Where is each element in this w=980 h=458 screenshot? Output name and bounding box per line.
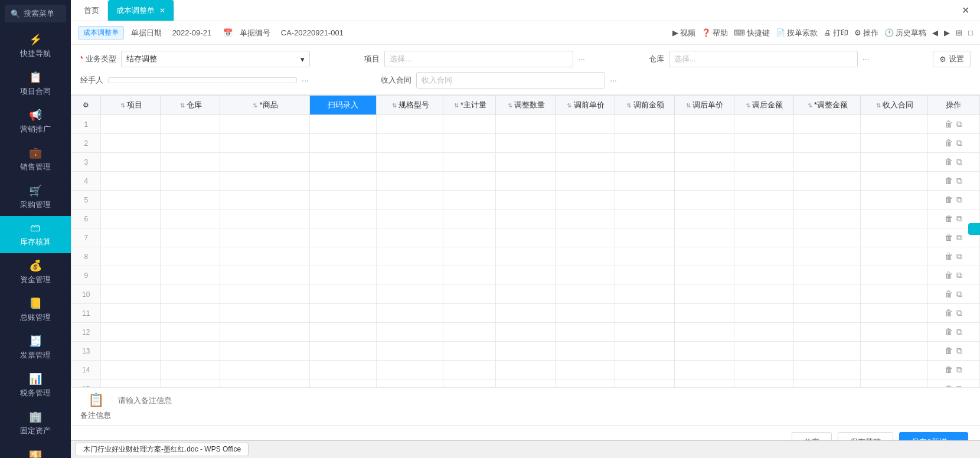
row-product-cell[interactable]	[220, 285, 309, 304]
row-scan-cell[interactable]	[309, 210, 376, 228]
row-qty-cell[interactable]	[496, 304, 556, 323]
row-after-amount-cell[interactable]	[734, 134, 793, 153]
row-income-contract-cell[interactable]	[861, 191, 927, 210]
row-warehouse-cell[interactable]	[161, 228, 220, 247]
row-copy-icon[interactable]: ⧉	[956, 157, 962, 167]
row-product-cell[interactable]	[220, 172, 309, 191]
row-adjust-amount-cell[interactable]	[793, 134, 860, 153]
row-unit-cell[interactable]	[443, 191, 496, 210]
row-qty-cell[interactable]	[496, 115, 556, 134]
row-qty-cell[interactable]	[496, 342, 556, 361]
row-warehouse-cell[interactable]	[161, 266, 220, 285]
table-row[interactable]: 11 🗑 ⧉	[71, 304, 980, 323]
row-project-cell[interactable]	[101, 380, 161, 388]
row-spec-cell[interactable]	[376, 172, 443, 191]
row-income-contract-cell[interactable]	[861, 115, 927, 134]
table-row[interactable]: 2 🗑 ⧉	[71, 134, 980, 153]
row-before-price-cell[interactable]	[556, 304, 615, 323]
table-row[interactable]: 7 🗑 ⧉	[71, 228, 980, 247]
row-unit-cell[interactable]	[443, 361, 496, 380]
row-copy-icon[interactable]: ⧉	[956, 195, 962, 205]
row-copy-icon[interactable]: ⧉	[956, 214, 962, 224]
row-unit-cell[interactable]	[443, 228, 496, 247]
row-warehouse-cell[interactable]	[161, 134, 220, 153]
row-income-contract-cell[interactable]	[861, 210, 927, 228]
project-select[interactable]: 选择...	[384, 51, 573, 67]
settings-button[interactable]: ⚙ 设置	[933, 51, 971, 67]
row-unit-cell[interactable]	[443, 210, 496, 228]
row-scan-cell[interactable]	[309, 172, 376, 191]
row-qty-cell[interactable]	[496, 210, 556, 228]
col-header-unit[interactable]: ⇅ *主计量	[443, 96, 496, 115]
doc-action-print[interactable]: 🖨 打印	[824, 28, 848, 38]
row-product-cell[interactable]	[220, 247, 309, 266]
row-before-price-cell[interactable]	[556, 153, 615, 172]
row-after-amount-cell[interactable]	[734, 247, 793, 266]
handler-more-btn[interactable]: ···	[302, 76, 309, 85]
handler-select[interactable]	[108, 77, 297, 83]
row-before-amount-cell[interactable]	[615, 228, 675, 247]
row-after-amount-cell[interactable]	[734, 191, 793, 210]
row-delete-icon[interactable]: 🗑	[945, 270, 953, 280]
row-delete-icon[interactable]: 🗑	[945, 119, 953, 129]
row-unit-cell[interactable]	[443, 380, 496, 388]
row-after-price-cell[interactable]	[674, 342, 734, 361]
row-project-cell[interactable]	[101, 304, 161, 323]
row-after-price-cell[interactable]	[674, 380, 734, 388]
row-product-cell[interactable]	[220, 115, 309, 134]
doc-action-grid[interactable]: ⊞	[956, 28, 962, 37]
row-before-price-cell[interactable]	[556, 380, 615, 388]
row-product-cell[interactable]	[220, 153, 309, 172]
row-adjust-amount-cell[interactable]	[793, 115, 860, 134]
row-warehouse-cell[interactable]	[161, 191, 220, 210]
doc-action-next[interactable]: ▶	[944, 28, 950, 37]
row-spec-cell[interactable]	[376, 153, 443, 172]
row-copy-icon[interactable]: ⧉	[956, 251, 962, 261]
row-income-contract-cell[interactable]	[861, 342, 927, 361]
row-before-amount-cell[interactable]	[615, 191, 675, 210]
row-adjust-amount-cell[interactable]	[793, 380, 860, 388]
row-unit-cell[interactable]	[443, 247, 496, 266]
row-copy-icon[interactable]: ⧉	[956, 308, 962, 318]
business-type-select[interactable]: 结存调整 ▾	[121, 51, 310, 67]
row-product-cell[interactable]	[220, 266, 309, 285]
col-header-income-contract[interactable]: ⇅ 收入合同	[861, 96, 927, 115]
row-product-cell[interactable]	[220, 191, 309, 210]
row-qty-cell[interactable]	[496, 134, 556, 153]
row-delete-icon[interactable]: 🗑	[945, 214, 953, 224]
row-qty-cell[interactable]	[496, 380, 556, 388]
row-scan-cell[interactable]	[309, 323, 376, 342]
row-income-contract-cell[interactable]	[861, 304, 927, 323]
row-scan-cell[interactable]	[309, 153, 376, 172]
side-expand-tab[interactable]: 展开	[968, 223, 980, 235]
row-qty-cell[interactable]	[496, 323, 556, 342]
col-header-qty[interactable]: ⇅ 调整数量	[496, 96, 556, 115]
row-spec-cell[interactable]	[376, 342, 443, 361]
row-delete-icon[interactable]: 🗑	[945, 138, 953, 148]
col-header-warehouse[interactable]: ⇅ 仓库	[161, 96, 220, 115]
row-warehouse-cell[interactable]	[161, 210, 220, 228]
tab-cost-adjust[interactable]: 成本调整单 ✕	[108, 0, 174, 21]
row-before-amount-cell[interactable]	[615, 134, 675, 153]
row-warehouse-cell[interactable]	[161, 153, 220, 172]
row-spec-cell[interactable]	[376, 115, 443, 134]
sidebar-item-inventory[interactable]: 🗃 库存核算	[0, 216, 71, 253]
row-after-price-cell[interactable]	[674, 266, 734, 285]
row-after-amount-cell[interactable]	[734, 172, 793, 191]
row-warehouse-cell[interactable]	[161, 115, 220, 134]
col-header-after-price[interactable]: ⇅ 调后单价	[674, 96, 734, 115]
row-spec-cell[interactable]	[376, 210, 443, 228]
row-adjust-amount-cell[interactable]	[793, 266, 860, 285]
col-header-after-amount[interactable]: ⇅ 调后金额	[734, 96, 793, 115]
row-unit-cell[interactable]	[443, 266, 496, 285]
row-before-amount-cell[interactable]	[615, 172, 675, 191]
row-copy-icon[interactable]: ⧉	[956, 327, 962, 337]
col-header-before-amount[interactable]: ⇅ 调前金额	[615, 96, 675, 115]
row-unit-cell[interactable]	[443, 342, 496, 361]
row-project-cell[interactable]	[101, 115, 161, 134]
row-after-amount-cell[interactable]	[734, 285, 793, 304]
row-scan-cell[interactable]	[309, 304, 376, 323]
row-warehouse-cell[interactable]	[161, 361, 220, 380]
row-scan-cell[interactable]	[309, 228, 376, 247]
table-row[interactable]: 14 🗑 ⧉	[71, 361, 980, 380]
